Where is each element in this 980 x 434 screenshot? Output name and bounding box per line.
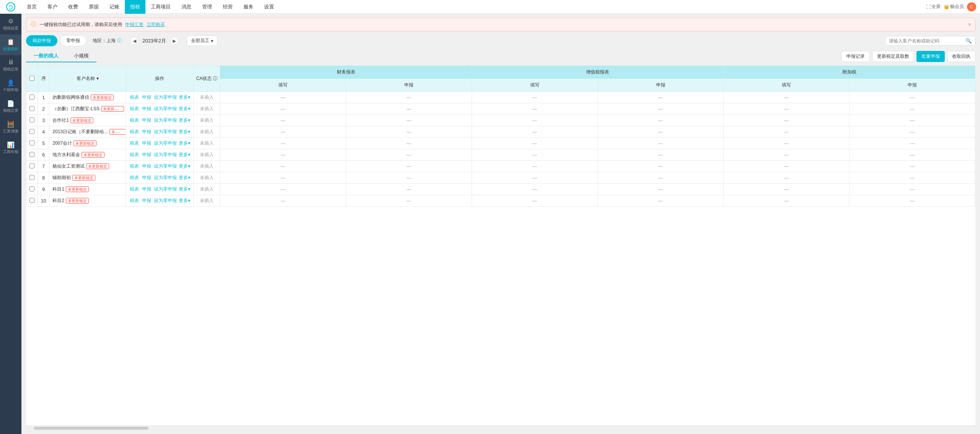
banner-link1[interactable]: 申报汇签 <box>125 21 144 28</box>
row-op-0[interactable]: 税表 <box>130 95 139 100</box>
employee-select[interactable]: 全部员工 ▾ <box>187 36 217 46</box>
row-op-1[interactable]: 申报 <box>142 117 151 123</box>
nav-manage[interactable]: 管理 <box>197 0 217 14</box>
nav-home[interactable]: 首页 <box>21 0 42 14</box>
row-checkbox[interactable] <box>29 95 34 100</box>
sidebar-item-individual-tax[interactable]: 👤 个税申报 <box>0 75 21 96</box>
tab-general-taxpayer[interactable]: 一般的税人 <box>26 50 66 62</box>
user-avatar[interactable]: C <box>967 2 976 11</box>
row-checkbox[interactable] <box>29 163 34 168</box>
sidebar-item-settlement[interactable]: 🧮 汇算清缴 <box>0 117 21 137</box>
row-op-1[interactable]: 申报 <box>142 129 151 134</box>
row-op-0[interactable]: 税表 <box>130 186 139 192</box>
row-op-1[interactable]: 申报 <box>142 95 151 100</box>
row-op-2[interactable]: 设为零申报 <box>154 117 177 123</box>
collect-receipt-button[interactable]: 收取回执 <box>947 51 975 62</box>
row-col-1: — <box>346 149 472 161</box>
region-info-icon[interactable]: ⓘ <box>117 38 122 44</box>
row-op-1[interactable]: 申报 <box>142 140 151 146</box>
row-op-2[interactable]: 设为零申报 <box>154 163 177 169</box>
prev-date-button[interactable]: ◀ <box>130 37 139 45</box>
tab-zero-declaration[interactable]: 零申报 <box>60 35 87 46</box>
row-op-more[interactable]: 更多▾ <box>179 152 190 157</box>
nav-customer[interactable]: 客户 <box>42 0 63 14</box>
row-op-0[interactable]: 税表 <box>130 163 139 169</box>
row-checkbox[interactable] <box>29 117 34 122</box>
row-op-0[interactable]: 税表 <box>130 129 139 134</box>
nav-operation[interactable]: 经营 <box>217 0 238 14</box>
next-date-button[interactable]: ▶ <box>170 37 178 45</box>
sidebar-item-tax-records[interactable]: 📄 报税记录 <box>0 96 21 117</box>
row-op-2[interactable]: 设为零申报 <box>154 152 177 157</box>
row-op-2[interactable]: 设为零申报 <box>154 198 177 203</box>
sidebar-item-tax-overview[interactable]: 🖥 报税总览 <box>0 55 21 75</box>
row-checkbox[interactable] <box>29 175 34 180</box>
declaration-record-button[interactable]: 申报记录 <box>841 51 870 62</box>
row-op-more[interactable]: 更多▾ <box>179 140 190 146</box>
row-op-2[interactable]: 设为零申报 <box>154 95 177 100</box>
row-checkbox[interactable] <box>29 198 34 203</box>
unconfirmed-tag: 未更新核定 <box>70 117 93 123</box>
row-op-0[interactable]: 税表 <box>130 140 139 146</box>
row-op-more[interactable]: 更多▾ <box>179 175 190 180</box>
row-number: 8 <box>38 172 49 184</box>
nav-settings[interactable]: 设置 <box>259 0 279 14</box>
nav-fee[interactable]: 收费 <box>63 0 83 14</box>
banner-close-button[interactable]: × <box>968 21 971 28</box>
sidebar-item-batch-tax[interactable]: 📋 批量报税 <box>0 34 21 55</box>
row-op-more[interactable]: 更多▾ <box>179 186 190 192</box>
row-checkbox[interactable] <box>29 106 34 111</box>
row-op-1[interactable]: 申报 <box>142 106 151 111</box>
row-checkbox[interactable] <box>29 129 34 134</box>
tab-tax-declaration[interactable]: 税款申报 <box>26 35 57 46</box>
row-op-more[interactable]: 更多▾ <box>179 198 190 203</box>
row-op-1[interactable]: 申报 <box>142 152 151 157</box>
row-op-more[interactable]: 更多▾ <box>179 95 190 100</box>
update-tax-button[interactable]: 更新税定及取数 <box>872 51 914 62</box>
nav-right: ⛶ 全屏 👑 畅会员 C <box>926 2 976 11</box>
row-op-more[interactable]: 更多▾ <box>179 106 190 111</box>
nav-tax[interactable]: 报税 <box>125 0 145 14</box>
banner-link2[interactable]: 立即购买 <box>147 21 165 28</box>
row-op-2[interactable]: 设为零申报 <box>154 140 177 146</box>
sidebar-item-annual-report[interactable]: 📊 工商年报 <box>0 137 21 158</box>
row-checkbox-cell <box>26 172 38 184</box>
row-ca-status: 未插入 <box>194 149 220 161</box>
row-checkbox[interactable] <box>29 140 34 145</box>
row-op-2[interactable]: 设为零申报 <box>154 106 177 111</box>
row-op-1[interactable]: 申报 <box>142 186 151 192</box>
fullscreen-button[interactable]: ⛶ 全屏 <box>926 3 941 10</box>
row-op-1[interactable]: 申报 <box>142 198 151 203</box>
search-button[interactable]: 🔍 <box>962 36 975 45</box>
sidebar-item-tax-settings[interactable]: ⚙ 报税设置 <box>0 14 21 34</box>
row-checkbox[interactable] <box>29 152 34 157</box>
row-op-0[interactable]: 税表 <box>130 106 139 111</box>
nav-business[interactable]: 工商项目 <box>145 0 176 14</box>
search-input[interactable] <box>886 37 962 45</box>
nav-accounting[interactable]: 记账 <box>104 0 125 14</box>
row-op-0[interactable]: 税表 <box>130 175 139 180</box>
row-op-more[interactable]: 更多▾ <box>179 117 190 123</box>
nav-message[interactable]: 消息 <box>176 0 197 14</box>
nav-service[interactable]: 服务 <box>238 0 259 14</box>
row-checkbox[interactable] <box>29 186 34 191</box>
row-op-2[interactable]: 设为零申报 <box>154 186 177 192</box>
select-all-checkbox[interactable] <box>29 76 34 81</box>
nav-invoice[interactable]: 票据 <box>83 0 104 14</box>
row-op-2[interactable]: 设为零申报 <box>154 129 177 134</box>
row-col-3: — <box>598 184 724 195</box>
row-op-0[interactable]: 税表 <box>130 152 139 157</box>
row-op-0[interactable]: 税表 <box>130 117 139 123</box>
col-vat-declare-header: 申报 <box>598 79 724 92</box>
row-op-2[interactable]: 设为零申报 <box>154 175 177 180</box>
row-op-more[interactable]: 更多▾ <box>179 163 190 169</box>
col-checkbox-header[interactable] <box>26 66 38 92</box>
row-op-1[interactable]: 申报 <box>142 175 151 180</box>
batch-declaration-button[interactable]: 批量申报 <box>916 51 945 62</box>
horizontal-scroll[interactable] <box>26 426 975 430</box>
row-op-1[interactable]: 申报 <box>142 163 151 169</box>
member-button[interactable]: 👑 畅会员 <box>944 3 964 10</box>
tab-small-scale[interactable]: 小规模 <box>66 50 96 62</box>
row-op-0[interactable]: 税表 <box>130 198 139 203</box>
row-op-more[interactable]: 更多▾ <box>179 129 190 134</box>
